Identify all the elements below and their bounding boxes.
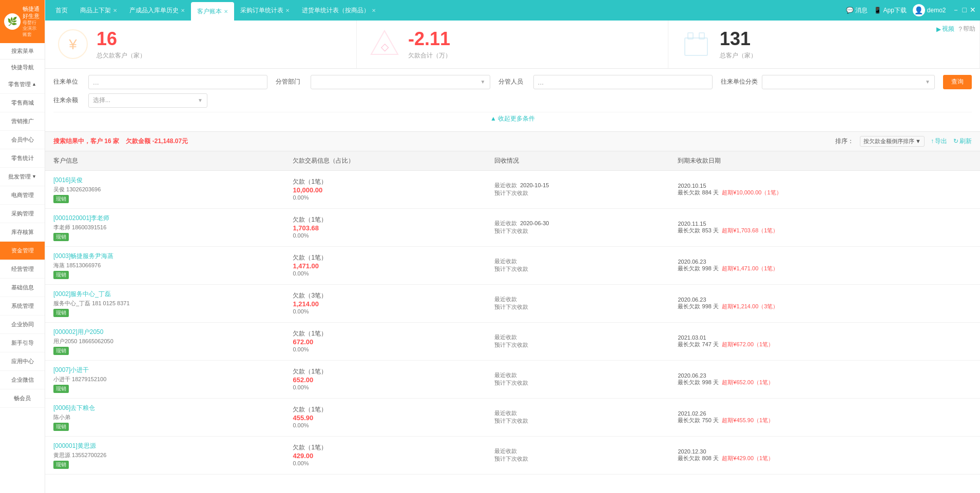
message-btn[interactable]: 💬 消息	[846, 6, 868, 15]
overdue-amount-4[interactable]: 超期¥672.00（1笔）	[722, 341, 774, 347]
sidebar-search-menu[interactable]: 搜索菜单	[0, 43, 45, 60]
last-collect-label-0: 最近收款	[494, 182, 517, 188]
sidebar-item-member[interactable]: 会员中心	[0, 131, 45, 149]
customer-name-link-6[interactable]: [0006]去下粮仓	[53, 404, 276, 412]
tab-customer-account[interactable]: 客户账本 ✕	[191, 2, 234, 21]
sidebar-item-vip[interactable]: 畅会员	[0, 389, 45, 408]
sidebar-item-guide[interactable]: 新手引导	[0, 334, 45, 352]
owe-count-3: 欠款（3笔）	[293, 292, 327, 299]
refresh-btn[interactable]: ↻ 刷新	[953, 137, 972, 146]
collapse-filter-bar[interactable]: ▲ 收起更多条件	[53, 112, 972, 125]
sidebar-item-purchase[interactable]: 采购管理	[0, 205, 45, 223]
customer-badge-4: 现销	[53, 347, 69, 355]
customer-name-link-3[interactable]: [0002]服务中心_丁磊	[53, 290, 276, 299]
video-btn[interactable]: ▶ 视频	[936, 25, 954, 33]
overdue-amount-5[interactable]: 超期¥652.00（1笔）	[722, 379, 774, 385]
sidebar-item-marketing[interactable]: 营销推广	[0, 112, 45, 131]
user-avatar[interactable]: 👤 demo2	[913, 4, 946, 16]
export-btn[interactable]: ↑ 导出	[931, 137, 947, 146]
sidebar-item-batch-mgmt[interactable]: 批发管理 ▼	[0, 168, 45, 186]
sidebar-item-finance[interactable]: 资金管理	[0, 242, 45, 260]
overdue-amount-3[interactable]: 超期¥1,214.00（3笔）	[722, 303, 778, 309]
filter-label-unit-type: 往来单位分类	[721, 77, 758, 86]
overdue-amount-2[interactable]: 超期¥1,471.00（1笔）	[722, 265, 778, 271]
sidebar-item-ecommerce[interactable]: 电商管理	[0, 186, 45, 205]
tab-close-customer-account[interactable]: ✕	[224, 9, 228, 14]
collect-info-3: 最近收款	[494, 295, 661, 303]
collect-info-5: 最近收款	[494, 371, 661, 379]
due-date-7: 2020.12.30	[678, 448, 972, 455]
last-collect-date-1: 2020-06-30	[518, 220, 549, 226]
last-collect-label-4: 最近收款	[494, 334, 517, 340]
sidebar-item-base-info[interactable]: 基础信息	[0, 279, 45, 297]
sidebar-item-retail-mgmt[interactable]: 零售管理 ▲	[0, 75, 45, 94]
sidebar-item-inventory[interactable]: 库存核算	[0, 223, 45, 242]
tab-close-production-history[interactable]: ✕	[181, 8, 185, 13]
tab-close-incoming-stats[interactable]: ✕	[372, 8, 376, 13]
customer-name-link-0[interactable]: [0016]吴俊	[53, 176, 276, 185]
play-icon: ▶	[936, 26, 941, 33]
overdue-amount-7[interactable]: 超期¥429.00（1笔）	[722, 455, 774, 461]
customer-name-link-2[interactable]: [0003]畅捷服务尹海蒸	[53, 252, 276, 261]
owe-count-0: 欠款（1笔）	[293, 178, 327, 185]
due-date-2: 2020.06.23	[678, 259, 972, 265]
collect-info-6: 最近收款	[494, 409, 661, 417]
cell-owe-info-0: 欠款（1笔） 10,000.00 0.00%	[284, 170, 486, 208]
stat-owe-total-number: -2.11	[408, 29, 451, 49]
tab-product-listing[interactable]: 商品上下架 ✕	[74, 0, 123, 21]
sidebar-item-enterprise[interactable]: 企业协同	[0, 315, 45, 334]
person-input[interactable]: ...	[533, 75, 713, 89]
cell-due-date-4: 2021.03.01 最长欠款 747 天 超期¥672.00（1笔）	[669, 322, 980, 360]
app-download-btn[interactable]: 📱 App下载	[874, 6, 906, 15]
sidebar-item-biz-mgmt[interactable]: 经营管理	[0, 260, 45, 279]
sort-select[interactable]: 按欠款金额倒序排序 ▼	[860, 136, 925, 147]
overdue-days-6: 最长欠款 750 天	[678, 417, 720, 423]
svg-text:◇: ◇	[381, 42, 389, 53]
tab-home[interactable]: 首页	[49, 0, 74, 21]
from-unit-input[interactable]: ...	[88, 75, 267, 89]
message-icon: 💬	[846, 7, 854, 14]
overdue-amount-6[interactable]: 超期¥455.90（1笔）	[722, 417, 774, 423]
stat-card-owe-total: ◇ -2.11 欠款合计（万）	[357, 21, 668, 68]
tab-purchase-stats[interactable]: 采购订单统计表 ✕	[234, 0, 296, 21]
main-content: 首页 商品上下架 ✕ 产成品入库单历史 ✕ 客户账本 ✕ 采购订单统计表 ✕ 进…	[45, 0, 980, 493]
window-maximize-btn[interactable]: □	[963, 6, 967, 15]
sidebar-item-sys-mgmt[interactable]: 系统管理	[0, 297, 45, 315]
cell-collect-status-3: 最近收款 预计下次收款	[486, 284, 669, 322]
next-collect-label-7: 预计下次收款	[494, 456, 528, 462]
customer-name-link-1[interactable]: [0001020001]李老师	[53, 214, 276, 223]
window-minimize-btn[interactable]: －	[952, 6, 959, 15]
overdue-amount-0[interactable]: 超期¥10,000.00（1笔）	[722, 189, 781, 195]
customer-name-link-7[interactable]: [000001]黄思源	[53, 442, 276, 450]
filter-label-from-unit: 往来单位	[53, 77, 84, 86]
owe-percent-1: 0.00%	[293, 232, 309, 239]
tab-close-purchase-stats[interactable]: ✕	[285, 8, 290, 13]
customer-name-link-4[interactable]: [000002]用户2050	[53, 328, 276, 337]
tab-production-history[interactable]: 产成品入库单历史 ✕	[123, 0, 191, 21]
unit-type-select[interactable]: ▼	[762, 75, 935, 89]
sidebar-item-wechat[interactable]: 企业微信	[0, 371, 45, 389]
cell-customer-info-3: [0002]服务中心_丁磊 服务中心_丁磊 181 0125 8371 现销	[45, 284, 284, 322]
sidebar-item-retail-stats[interactable]: 零售统计	[0, 149, 45, 168]
stat-owe-customers-label: 总欠款客户（家）	[97, 51, 146, 60]
overdue-amount-1[interactable]: 超期¥1,703.68（1笔）	[722, 227, 778, 233]
dept-select[interactable]: ▼	[311, 75, 490, 89]
owe-amount-4: 672.00	[293, 338, 478, 346]
cell-customer-info-6: [0006]去下粮仓 陈小弟 现销	[45, 398, 284, 436]
sidebar-item-app-center[interactable]: 应用中心	[0, 352, 45, 371]
tab-close-product-listing[interactable]: ✕	[113, 8, 117, 13]
video-help-actions: ▶ 视频 ? 帮助	[936, 25, 975, 33]
owe-count-4: 欠款（1笔）	[293, 330, 327, 337]
balance-select[interactable]: 选择... ▼	[88, 93, 207, 108]
sidebar-item-retail-mall[interactable]: 零售商城	[0, 94, 45, 112]
next-collect-label-4: 预计下次收款	[494, 342, 528, 348]
customer-name-link-5[interactable]: [0007]小进干	[53, 366, 276, 374]
window-close-btn[interactable]: ✕	[970, 6, 976, 15]
tab-incoming-stats[interactable]: 进货单统计表（按商品） ✕	[296, 0, 382, 21]
help-btn[interactable]: ? 帮助	[958, 25, 975, 33]
cell-owe-info-4: 欠款（1笔） 672.00 0.00%	[284, 322, 486, 360]
search-button[interactable]: 查询	[943, 75, 972, 89]
cell-owe-info-1: 欠款（1笔） 1,703.68 0.00%	[284, 208, 486, 246]
overdue-days-7: 最长欠款 808 天	[678, 455, 720, 461]
sidebar-quick-nav[interactable]: 快捷导航	[0, 60, 45, 75]
